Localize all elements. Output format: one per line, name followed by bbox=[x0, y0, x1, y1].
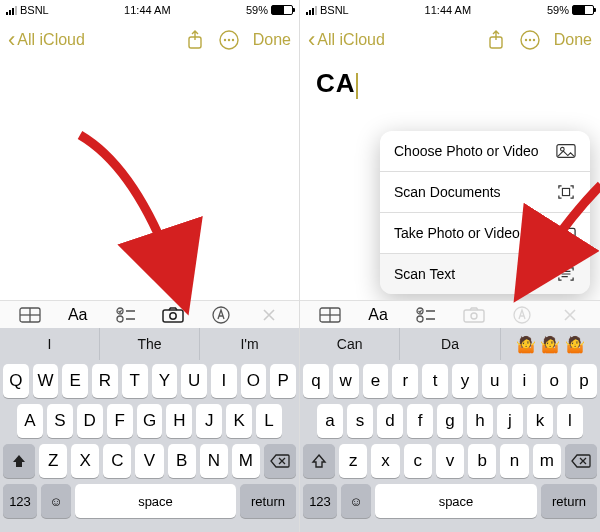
key-n[interactable]: n bbox=[500, 444, 528, 478]
shift-key[interactable] bbox=[303, 444, 335, 478]
key-j[interactable]: J bbox=[196, 404, 222, 438]
key-z[interactable]: z bbox=[339, 444, 367, 478]
key-f[interactable]: f bbox=[407, 404, 433, 438]
return-key[interactable]: return bbox=[240, 484, 296, 518]
key-w[interactable]: W bbox=[33, 364, 59, 398]
camera-icon[interactable] bbox=[455, 303, 493, 327]
menu-scan-documents[interactable]: Scan Documents bbox=[380, 172, 590, 213]
key-y[interactable]: Y bbox=[152, 364, 178, 398]
backspace-key[interactable] bbox=[264, 444, 296, 478]
key-h[interactable]: h bbox=[467, 404, 493, 438]
key-l[interactable]: l bbox=[557, 404, 583, 438]
key-u[interactable]: U bbox=[181, 364, 207, 398]
checklist-icon[interactable] bbox=[107, 303, 145, 327]
menu-scan-text[interactable]: Scan Text bbox=[380, 254, 590, 294]
key-q[interactable]: Q bbox=[3, 364, 29, 398]
key-k[interactable]: k bbox=[527, 404, 553, 438]
share-icon[interactable] bbox=[486, 30, 506, 50]
space-key[interactable]: space bbox=[75, 484, 236, 518]
backspace-key[interactable] bbox=[565, 444, 597, 478]
key-z[interactable]: Z bbox=[39, 444, 67, 478]
close-toolbar-icon[interactable] bbox=[250, 303, 288, 327]
key-e[interactable]: E bbox=[62, 364, 88, 398]
more-icon[interactable] bbox=[520, 30, 540, 50]
emoji-key[interactable]: ☺ bbox=[341, 484, 371, 518]
menu-choose-photo[interactable]: Choose Photo or Video bbox=[380, 131, 590, 172]
key-u[interactable]: u bbox=[482, 364, 508, 398]
done-button[interactable]: Done bbox=[554, 31, 592, 49]
emoji-key[interactable]: ☺ bbox=[41, 484, 71, 518]
back-button[interactable]: ‹ All iCloud bbox=[308, 29, 385, 51]
note-text: CA bbox=[316, 68, 356, 98]
key-f[interactable]: F bbox=[107, 404, 133, 438]
key-b[interactable]: b bbox=[468, 444, 496, 478]
key-l[interactable]: L bbox=[256, 404, 282, 438]
key-v[interactable]: V bbox=[135, 444, 163, 478]
key-w[interactable]: w bbox=[333, 364, 359, 398]
close-toolbar-icon[interactable] bbox=[551, 303, 589, 327]
more-icon[interactable] bbox=[219, 30, 239, 50]
numbers-key[interactable]: 123 bbox=[3, 484, 37, 518]
suggestion-1[interactable]: I bbox=[0, 328, 100, 360]
key-r[interactable]: r bbox=[392, 364, 418, 398]
key-c[interactable]: c bbox=[404, 444, 432, 478]
key-p[interactable]: P bbox=[270, 364, 296, 398]
key-d[interactable]: d bbox=[377, 404, 403, 438]
key-k[interactable]: K bbox=[226, 404, 252, 438]
menu-take-photo[interactable]: Take Photo or Video bbox=[380, 213, 590, 254]
camera-icon[interactable] bbox=[154, 303, 192, 327]
note-editor[interactable] bbox=[0, 60, 299, 300]
key-h[interactable]: H bbox=[166, 404, 192, 438]
key-j[interactable]: j bbox=[497, 404, 523, 438]
space-key[interactable]: space bbox=[375, 484, 537, 518]
key-s[interactable]: S bbox=[47, 404, 73, 438]
key-m[interactable]: M bbox=[232, 444, 260, 478]
table-icon[interactable] bbox=[11, 303, 49, 327]
suggestion-1[interactable]: Can bbox=[300, 328, 400, 360]
key-o[interactable]: o bbox=[541, 364, 567, 398]
suggestion-2[interactable]: The bbox=[100, 328, 200, 360]
suggestion-3[interactable]: 🤷 🤷 🤷 bbox=[501, 328, 600, 360]
markup-icon[interactable] bbox=[202, 303, 240, 327]
key-a[interactable]: a bbox=[317, 404, 343, 438]
share-icon[interactable] bbox=[185, 30, 205, 50]
suggestion-2[interactable]: Da bbox=[400, 328, 500, 360]
key-g[interactable]: G bbox=[137, 404, 163, 438]
key-c[interactable]: C bbox=[103, 444, 131, 478]
shift-key[interactable] bbox=[3, 444, 35, 478]
key-g[interactable]: g bbox=[437, 404, 463, 438]
key-m[interactable]: m bbox=[533, 444, 561, 478]
key-p[interactable]: p bbox=[571, 364, 597, 398]
key-b[interactable]: B bbox=[168, 444, 196, 478]
table-icon[interactable] bbox=[311, 303, 349, 327]
key-d[interactable]: D bbox=[77, 404, 103, 438]
svg-point-17 bbox=[525, 39, 527, 41]
format-icon[interactable]: Aa bbox=[359, 303, 397, 327]
format-icon[interactable]: Aa bbox=[59, 303, 97, 327]
key-r[interactable]: R bbox=[92, 364, 118, 398]
nav-bar: ‹ All iCloud Done bbox=[0, 20, 299, 60]
return-key[interactable]: return bbox=[541, 484, 597, 518]
key-a[interactable]: A bbox=[17, 404, 43, 438]
numbers-key[interactable]: 123 bbox=[303, 484, 337, 518]
back-button[interactable]: ‹ All iCloud bbox=[8, 29, 85, 51]
key-t[interactable]: T bbox=[122, 364, 148, 398]
checklist-icon[interactable] bbox=[407, 303, 445, 327]
key-s[interactable]: s bbox=[347, 404, 373, 438]
chevron-left-icon: ‹ bbox=[8, 29, 15, 51]
markup-icon[interactable] bbox=[503, 303, 541, 327]
key-v[interactable]: v bbox=[436, 444, 464, 478]
key-i[interactable]: I bbox=[211, 364, 237, 398]
key-e[interactable]: e bbox=[363, 364, 389, 398]
notes-toolbar: Aa bbox=[0, 300, 299, 328]
key-q[interactable]: q bbox=[303, 364, 329, 398]
done-button[interactable]: Done bbox=[253, 31, 291, 49]
key-n[interactable]: N bbox=[200, 444, 228, 478]
key-x[interactable]: X bbox=[71, 444, 99, 478]
key-o[interactable]: O bbox=[241, 364, 267, 398]
key-t[interactable]: t bbox=[422, 364, 448, 398]
key-i[interactable]: i bbox=[512, 364, 538, 398]
suggestion-3[interactable]: I'm bbox=[200, 328, 299, 360]
key-x[interactable]: x bbox=[371, 444, 399, 478]
key-y[interactable]: y bbox=[452, 364, 478, 398]
